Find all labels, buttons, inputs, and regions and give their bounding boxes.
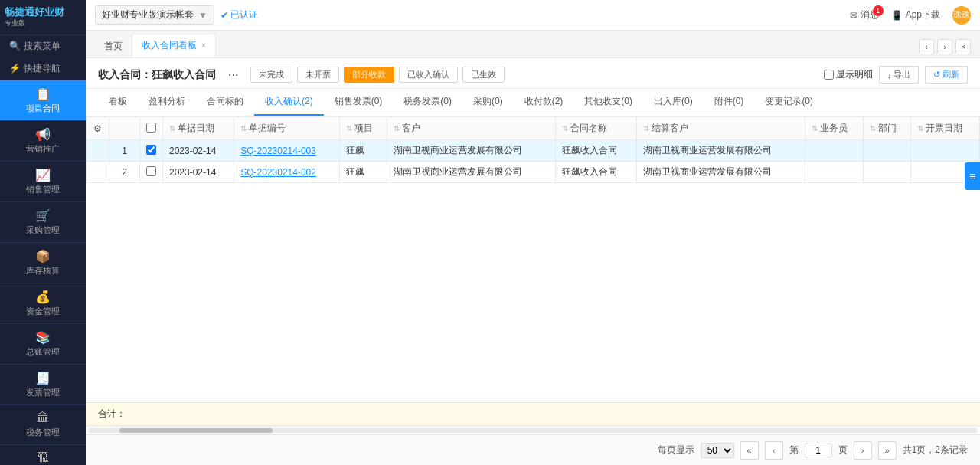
settings-icon[interactable]: ⚙: [93, 123, 102, 134]
tab-income-contract[interactable]: 收入合同看板 ×: [132, 34, 216, 57]
tab-dashboard[interactable]: 看板: [98, 89, 138, 116]
tab-close-all-btn[interactable]: ×: [956, 39, 971, 54]
export-btn[interactable]: ↓ 导出: [879, 66, 920, 84]
sidebar-item-project[interactable]: 📋 项目合同: [0, 80, 86, 121]
tab-attachment[interactable]: 附件(0): [704, 89, 755, 116]
row1-checkbox[interactable]: [146, 145, 156, 155]
more-options-btn[interactable]: ···: [224, 68, 243, 82]
tab-sales-invoice-label: 销售发票(0): [335, 96, 383, 106]
tab-contract-standard-label: 合同标的: [207, 96, 243, 106]
sidebar-item-label: 项目合同: [26, 103, 60, 114]
tab-prev-btn[interactable]: ‹: [919, 39, 934, 54]
app-sub: 专业版: [5, 18, 81, 28]
page-unit: 页: [838, 444, 848, 457]
tab-tax-invoice[interactable]: 税务发票(0): [393, 89, 462, 116]
show-detail-checkbox[interactable]: [824, 70, 834, 80]
sort-icon: ⇅: [346, 124, 352, 133]
row2-salesman: [805, 162, 863, 183]
tab-profit[interactable]: 盈利分析: [138, 89, 196, 116]
next-page-btn[interactable]: ›: [854, 441, 872, 460]
sidebar-item-invoice[interactable]: 🧾 发票管理: [0, 365, 86, 405]
scroll-thumb[interactable]: [119, 428, 273, 433]
quick-nav-btn[interactable]: ⚡ 快捷导航: [0, 57, 86, 80]
company-select[interactable]: 好业财专业版演示帐套 ▼: [95, 5, 214, 25]
row2-bill-no-link[interactable]: SQ-20230214-002: [240, 167, 316, 178]
sidebar-item-sales[interactable]: 📈 销售管理: [0, 162, 86, 202]
table-row[interactable]: 1 2023-02-14 SQ-20230214-003 狂飙 湖南卫视商业运营…: [87, 140, 980, 162]
per-page-label: 每页显示: [658, 444, 694, 457]
row2-checkbox[interactable]: [146, 166, 156, 176]
status-active[interactable]: 已生效: [462, 67, 505, 83]
app-download-btn[interactable]: 📱 App下载: [891, 8, 940, 21]
status-partial[interactable]: 部分收款: [344, 67, 394, 83]
tab-contract-standard[interactable]: 合同标的: [196, 89, 254, 116]
purchase-icon: 🛒: [35, 208, 51, 223]
table-row[interactable]: 2 2023-02-14 SQ-20230214-002 狂飙 湖南卫视商业运营…: [87, 162, 980, 183]
project-icon: 📋: [35, 87, 51, 101]
tab-sales-invoice[interactable]: 销售发票(0): [324, 89, 394, 116]
row1-bill-no[interactable]: SQ-20230214-003: [234, 140, 340, 162]
total-label: 合计：: [98, 408, 126, 421]
show-detail-toggle[interactable]: 显示明细: [824, 68, 873, 81]
app-name: 畅捷通好业财: [5, 6, 81, 18]
sidebar-item-general[interactable]: 📚 总账管理: [0, 324, 86, 365]
contract-status-bar: 未完成 未开票 部分收款 已收入确认 已生效: [250, 67, 505, 83]
sidebar-item-inventory[interactable]: 📦 库存核算: [0, 243, 86, 283]
tab-close-btn[interactable]: ×: [201, 41, 206, 50]
th-settlement-customer: ⇅ 结算客户: [636, 117, 805, 140]
th-project-label: 项目: [354, 122, 373, 135]
sidebar-item-purchase[interactable]: 🛒 采购管理: [0, 202, 86, 243]
last-page-btn[interactable]: »: [878, 441, 897, 460]
th-department: ⇅ 部门: [863, 117, 910, 140]
tab-warehouse-label: 出入库(0): [654, 96, 693, 106]
first-page-btn[interactable]: «: [740, 441, 759, 460]
tab-payment[interactable]: 收付款(2): [514, 89, 574, 116]
select-all-checkbox[interactable]: [146, 123, 156, 133]
sidebar-item-label: 销售管理: [26, 184, 60, 195]
row2-bill-no[interactable]: SQ-20230214-002: [234, 162, 340, 183]
tab-nav: ‹ › ×: [919, 39, 971, 57]
export-label: 导出: [893, 69, 910, 80]
status-uninvoiced[interactable]: 未开票: [297, 67, 339, 83]
right-panel-toggle[interactable]: ≡: [965, 162, 980, 190]
refresh-icon: ↺: [933, 70, 940, 80]
tab-purchase[interactable]: 采购(0): [462, 89, 514, 116]
status-unfinished[interactable]: 未完成: [250, 67, 292, 83]
tab-income-confirm[interactable]: 收入确认(2): [254, 89, 324, 116]
tab-warehouse[interactable]: 出入库(0): [643, 89, 704, 116]
tab-home[interactable]: 首页: [95, 35, 132, 57]
refresh-btn[interactable]: ↺ 刷新: [925, 66, 968, 84]
sort-icon: ⇅: [643, 124, 649, 133]
page-input[interactable]: [805, 444, 832, 457]
quick-nav-label: 快捷导航: [24, 62, 60, 75]
sidebar-item-marketing[interactable]: 📢 营销推广: [0, 121, 86, 162]
contract-title-name: 狂飙收入合同: [152, 68, 216, 80]
tab-next-btn[interactable]: ›: [937, 39, 952, 54]
row1-date: 2023-02-14: [163, 140, 234, 162]
general-icon: 📚: [35, 330, 51, 345]
sidebar-item-fund[interactable]: 💰 资金管理: [0, 283, 86, 324]
th-num: [109, 117, 140, 140]
sidebar-item-fixed[interactable]: 🏗 固定资产: [0, 445, 86, 465]
row1-bill-no-link[interactable]: SQ-20230214-003: [240, 146, 316, 156]
th-bill-no: ⇅ 单据编号: [234, 117, 340, 140]
scroll-bar-area: [86, 425, 980, 434]
sidebar-item-tax[interactable]: 🏛 税务管理: [0, 405, 86, 445]
user-avatar-area[interactable]: 珠珠: [952, 6, 971, 25]
tab-change-log[interactable]: 变更记录(0): [754, 89, 824, 116]
th-settings: ⚙: [87, 117, 109, 140]
th-customer-label: 客户: [402, 122, 420, 135]
message-btn[interactable]: ✉ 消息 1: [850, 8, 879, 21]
status-confirmed[interactable]: 已收入确认: [399, 67, 458, 83]
row2-settings: [87, 162, 109, 183]
header-left: 好业财专业版演示帐套 ▼ ✔ 已认证: [95, 5, 258, 25]
prev-page-btn[interactable]: ‹: [765, 441, 783, 460]
contract-title: 收入合同：狂飙收入合同: [98, 68, 216, 82]
sidebar-search[interactable]: 🔍 搜索菜单: [0, 35, 86, 57]
tab-income-confirm-label: 收入确认(2): [265, 96, 313, 106]
row1-department: [863, 140, 910, 162]
tab-other-income[interactable]: 其他收支(0): [573, 89, 643, 116]
tabs-bar: 首页 收入合同看板 × ‹ › ×: [86, 31, 980, 58]
search-icon: 🔍: [9, 41, 21, 51]
per-page-select[interactable]: 50: [701, 443, 734, 458]
